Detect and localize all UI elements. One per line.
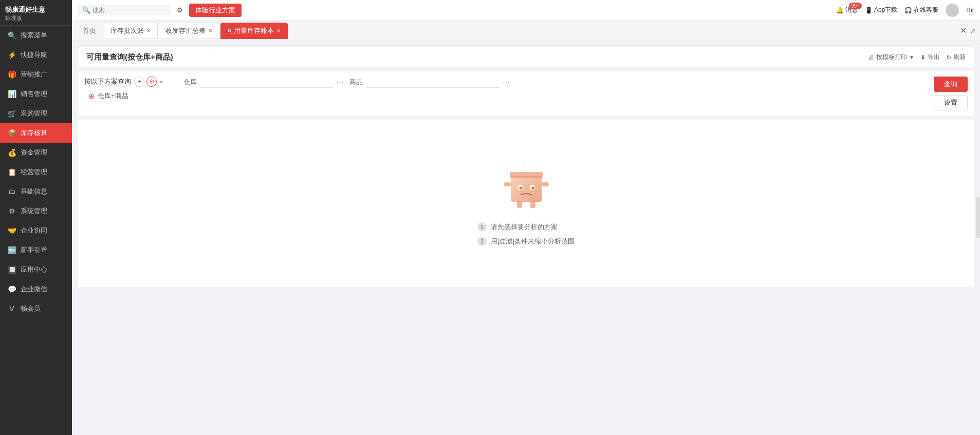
tab-label-batch-account: 库存批次账 — [110, 26, 144, 35]
tab-close-available-ledger[interactable]: ✕ — [276, 27, 281, 34]
brand-sub: 标准版 — [5, 14, 67, 22]
vip-icon: V — [7, 305, 16, 313]
export-label: 导出 — [928, 53, 940, 62]
close-all-tabs-button[interactable]: ✕ — [960, 26, 967, 35]
printer-icon: 🖨 — [868, 54, 874, 61]
warehouse-label: 仓库 — [183, 78, 197, 87]
app-download-button[interactable]: 📱 App下载 — [865, 6, 897, 14]
tab-home[interactable]: 首页 — [76, 23, 103, 39]
svg-point-4 — [519, 187, 522, 190]
sidebar-item-enterprise[interactable]: 🤝 企业协同 — [0, 221, 72, 240]
warehouse-more-icon[interactable]: ··· — [337, 78, 343, 87]
gear-icon: ⚙ — [7, 207, 16, 215]
sidebar-item-inventory[interactable]: 📦 库存核算 — [0, 123, 72, 143]
warehouse-field: 仓库 ··· — [183, 77, 343, 88]
print-label: 按模板打印 — [876, 53, 907, 62]
sidebar-item-search[interactable]: 🔍 搜索菜单 — [0, 26, 72, 45]
tip-text-2: 用[过滤]条件来缩小分析范围 — [491, 237, 575, 246]
handshake-icon: 🤝 — [7, 226, 16, 235]
query-button[interactable]: 查询 — [934, 77, 968, 92]
svg-rect-0 — [511, 176, 542, 202]
tab-close-collect-summary[interactable]: ✕ — [208, 27, 213, 34]
tabs-actions: ✕ ⤢ — [960, 26, 976, 35]
gift-icon: 🎁 — [7, 70, 16, 79]
headset-icon: 🎧 — [904, 7, 912, 14]
export-button[interactable]: ⬇ 导出 — [920, 53, 940, 62]
username[interactable]: Rit — [966, 7, 974, 14]
filter-area: 按以下方案查询 + ⚙ « ⊕ 仓库+商品 — [78, 71, 974, 116]
sidebar-item-shortcut[interactable]: ⚡ 快捷导航 — [0, 45, 72, 65]
sidebar-label-sales: 销售管理 — [21, 89, 47, 99]
add-scheme-button[interactable]: + — [134, 77, 144, 87]
tab-label-collect-summary: 收发存汇总表 — [165, 26, 206, 35]
sidebar-item-wechat[interactable]: 💬 企业微信 — [0, 279, 72, 299]
sidebar-item-operation[interactable]: 📋 经营管理 — [0, 162, 72, 182]
cart-icon: 🛒 — [7, 109, 16, 118]
filter-fields: 仓库 ··· 商品 ··· — [183, 77, 930, 88]
refresh-button[interactable]: ↻ 刷新 — [946, 53, 966, 62]
sidebar-label-basic-info: 基础信息 — [21, 187, 47, 196]
expand-tabs-icon[interactable]: ⤢ — [970, 27, 976, 35]
phone-icon: 📱 — [865, 7, 873, 14]
svg-rect-8 — [517, 201, 522, 208]
apps-icon: 🔲 — [7, 266, 16, 274]
tabs-bar: 首页 库存批次账 ✕ 收发存汇总表 ✕ 可用量库存账本 ✕ ✕ ⤢ — [72, 21, 980, 41]
wechat-icon: 💬 — [7, 285, 16, 293]
goods-input[interactable] — [366, 77, 500, 88]
scheme-item-warehouse-goods[interactable]: ⊕ 仓库+商品 — [84, 89, 167, 103]
svg-rect-9 — [530, 201, 535, 208]
brand-name: 畅康通好生意 — [5, 5, 67, 14]
svg-rect-7 — [542, 182, 549, 186]
search-input[interactable] — [93, 7, 159, 14]
topbar-right: 🔔 消息 99+ 📱 App下载 🎧 在线客服 Rit — [836, 4, 974, 17]
sidebar-item-finance[interactable]: 💰 资金管理 — [0, 143, 72, 162]
tab-batch-account[interactable]: 库存批次账 ✕ — [104, 23, 158, 39]
sidebar-item-basic-info[interactable]: 🗂 基础信息 — [0, 182, 72, 201]
sidebar-item-sales[interactable]: 📊 销售管理 — [0, 84, 72, 104]
message-button[interactable]: 🔔 消息 99+ — [836, 6, 858, 14]
print-button[interactable]: 🖨 按模板打印 ▼ — [868, 53, 914, 62]
search-icon: 🔍 — [7, 31, 16, 40]
goods-more-icon[interactable]: ··· — [503, 78, 509, 87]
service-button[interactable]: 🎧 在线客服 — [904, 6, 938, 14]
sidebar-label-newbie: 新手引导 — [21, 245, 47, 255]
box-icon: 📦 — [7, 129, 16, 137]
collapse-scheme-button[interactable]: « — [160, 78, 163, 85]
svg-rect-1 — [510, 172, 543, 178]
trial-button[interactable]: 体验行业方案 — [189, 4, 242, 17]
settings-scheme-button[interactable]: ⚙ — [146, 77, 157, 87]
sidebar-label-purchase: 采购管理 — [21, 109, 47, 118]
topbar-search-box: 🔍 — [78, 5, 171, 15]
tab-close-batch-account[interactable]: ✕ — [146, 27, 151, 34]
sidebar-label-enterprise: 企业协同 — [21, 226, 47, 235]
money-icon: 💰 — [7, 148, 16, 157]
sidebar-label-system: 系统管理 — [21, 206, 47, 216]
avatar[interactable] — [946, 4, 959, 17]
right-scrollbar[interactable] — [976, 197, 980, 238]
warehouse-input[interactable] — [200, 77, 334, 88]
filter-scheme-label: 按以下方案查询 — [84, 77, 131, 86]
empty-tips: 1 请先选择要分析的方案 2 用[过滤]条件来缩小分析范围 — [477, 222, 575, 246]
content-area: 可用量查询(按仓库+商品) 🖨 按模板打印 ▼ ⬇ 导出 ↻ 刷新 — [72, 41, 980, 435]
sidebar-item-app-center[interactable]: 🔲 应用中心 — [0, 260, 72, 279]
scheme-item-label: 仓库+商品 — [98, 91, 128, 101]
svg-point-5 — [531, 187, 534, 190]
svg-text:?: ? — [529, 164, 531, 167]
settings-icon[interactable]: ⚙ — [175, 4, 185, 16]
sidebar-item-purchase[interactable]: 🛒 采购管理 — [0, 104, 72, 123]
tab-collect-summary[interactable]: 收发存汇总表 ✕ — [159, 23, 219, 39]
sidebar-item-newbie[interactable]: 🆕 新手引导 — [0, 240, 72, 260]
export-icon: ⬇ — [920, 54, 926, 61]
sidebar-item-marketing[interactable]: 🎁 营销推广 — [0, 65, 72, 84]
brand: 畅康通好生意 标准版 — [0, 0, 72, 26]
sidebar-item-system[interactable]: ⚙ 系统管理 — [0, 201, 72, 221]
sidebar-item-member[interactable]: V 畅会员 — [0, 299, 72, 318]
empty-tip-2: 2 用[过滤]条件来缩小分析范围 — [477, 237, 575, 246]
tab-available-ledger[interactable]: 可用量库存账本 ✕ — [220, 23, 288, 39]
sidebar-label-operation: 经营管理 — [21, 167, 47, 177]
filter-settings-button[interactable]: 设置 — [934, 95, 968, 110]
tip-text-1: 请先选择要分析的方案 — [491, 222, 558, 232]
page-actions: 🖨 按模板打印 ▼ ⬇ 导出 ↻ 刷新 — [868, 53, 966, 62]
sidebar-scroll: 🔍 搜索菜单 ⚡ 快捷导航 🎁 营销推广 📊 销售管理 🛒 采购管理 📦 — [0, 26, 72, 435]
message-badge: 99+ — [849, 3, 862, 9]
